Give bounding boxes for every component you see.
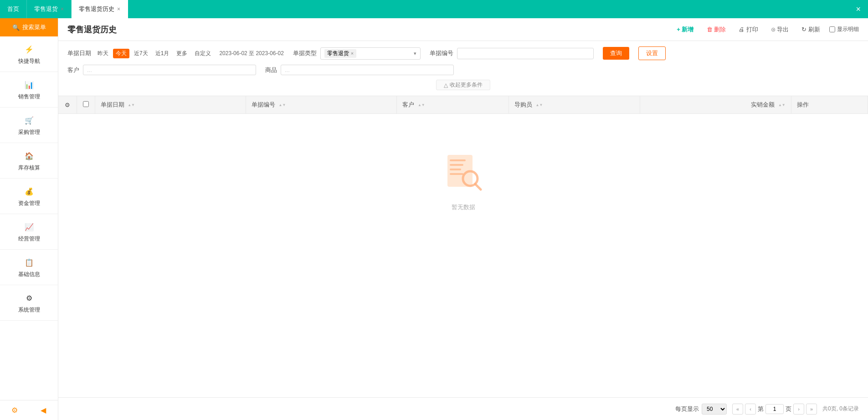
th-guide[interactable]: 导购员 ▲▼ [508, 96, 640, 114]
th-customer-label: 客户 [402, 101, 414, 108]
filter-row-2: 客户 ... 商品 ... [67, 65, 859, 75]
th-checkbox[interactable] [77, 96, 95, 114]
sidebar-item-quick-nav[interactable]: ⚡ 快捷导航 [0, 36, 58, 72]
sidebar-item-label: 系统管理 [18, 306, 40, 314]
refresh-button[interactable]: ↻ 刷新 [798, 24, 824, 36]
th-settings[interactable]: ⚙ [58, 96, 77, 114]
export-button[interactable]: ⊙ 导出 [767, 24, 793, 36]
query-button[interactable]: 查询 [603, 47, 629, 60]
pagination-bar: 每页显示 20 50 100 200 « ‹ 第 页 › » 共0页 [58, 397, 868, 420]
delete-button[interactable]: 🗑 删除 [703, 24, 730, 36]
new-button[interactable]: + 新增 [673, 24, 697, 36]
filter-group-doc-number: 单据编号 [430, 48, 594, 59]
page-size-select[interactable]: 20 50 100 200 [702, 404, 727, 415]
tab-retail-return[interactable]: 零售退货 × [27, 0, 72, 18]
finance-icon: 💰 [23, 185, 36, 198]
filter-group-goods: 商品 ... [265, 65, 454, 75]
total-info: 共0页, 0条记录 [822, 405, 859, 413]
chevron-up-icon: △ [444, 82, 448, 88]
sidebar-menu: ⚡ 快捷导航 📊 销售管理 🛒 采购管理 🏠 库存核算 💰 资金管理 📈 [0, 36, 58, 400]
date-opt-yesterday[interactable]: 昨天 [95, 49, 111, 58]
sidebar-bottom: ⚙ ◀ [0, 400, 58, 420]
page-number-input[interactable] [765, 404, 784, 414]
goods-input[interactable]: ... [281, 65, 454, 75]
tab-retail-return-history-close[interactable]: × [117, 6, 120, 12]
svg-rect-3 [450, 169, 461, 170]
tab-retail-return-close[interactable]: × [61, 6, 64, 12]
search-icon: 🔍 [12, 24, 20, 31]
main-layout: 🔍 搜索菜单 ⚡ 快捷导航 📊 销售管理 🛒 采购管理 🏠 库存核算 💰 [0, 18, 868, 420]
sidebar: 🔍 搜索菜单 ⚡ 快捷导航 📊 销售管理 🛒 采购管理 🏠 库存核算 💰 [0, 18, 58, 420]
collapse-bar: △ 收起更多条件 [67, 80, 859, 90]
table-area: ⚙ 单据日期 ▲▼ 单据编号 ▲▼ [58, 96, 868, 397]
last-page-button[interactable]: » [806, 404, 817, 415]
sidebar-collapse-button[interactable]: ◀ [29, 400, 58, 420]
display-detail-group: 显示明细 [829, 26, 859, 33]
sidebar-item-business-mgmt[interactable]: 📈 经营管理 [0, 214, 58, 250]
date-opt-more[interactable]: 更多 [174, 49, 190, 58]
date-opt-1month[interactable]: 近1月 [153, 49, 172, 58]
first-page-button[interactable]: « [732, 404, 743, 415]
next-page-button[interactable]: › [793, 404, 804, 415]
data-table: ⚙ 单据日期 ▲▼ 单据编号 ▲▼ [58, 96, 868, 114]
customer-label: 客户 [67, 66, 79, 74]
th-doc-number-label: 单据编号 [252, 101, 275, 108]
sidebar-item-system-mgmt[interactable]: ⚙ 系统管理 [0, 285, 58, 321]
sidebar-item-label: 基础信息 [18, 271, 40, 278]
prev-page-button[interactable]: ‹ [745, 404, 756, 415]
th-actual-amount-label: 实销金额 [751, 101, 775, 108]
th-customer[interactable]: 客户 ▲▼ [397, 96, 509, 114]
sidebar-item-finance[interactable]: 💰 资金管理 [0, 179, 58, 214]
doc-number-input[interactable] [457, 48, 594, 59]
customer-input[interactable]: ... [83, 65, 256, 75]
business-icon: 📈 [23, 220, 36, 233]
sort-icon: ▲▼ [418, 103, 425, 107]
settings-button[interactable]: 设置 [638, 46, 666, 60]
page-suffix-label: 页 [786, 405, 791, 413]
doc-type-tag-remove[interactable]: × [351, 51, 354, 56]
sidebar-item-sales-mgmt[interactable]: 📊 销售管理 [0, 72, 58, 108]
select-all-checkbox[interactable] [83, 101, 89, 107]
th-doc-date[interactable]: 单据日期 ▲▼ [95, 96, 246, 114]
svg-rect-4 [450, 173, 463, 175]
chevron-left-icon: ◀ [41, 406, 46, 415]
date-filter-label: 单据日期 [67, 49, 91, 57]
basic-info-icon: 📋 [23, 256, 36, 269]
sidebar-item-label: 库存核算 [18, 164, 40, 172]
sidebar-item-inventory[interactable]: 🏠 库存核算 [0, 143, 58, 179]
doc-number-label: 单据编号 [430, 49, 453, 57]
tab-retail-return-history[interactable]: 零售退货历史 × [72, 0, 128, 18]
empty-icon [441, 150, 486, 196]
top-bar: 首页 零售退货 × 零售退货历史 × × [0, 0, 868, 18]
date-opt-7days[interactable]: 近7天 [131, 49, 151, 58]
sidebar-item-purchase-mgmt[interactable]: 🛒 采购管理 [0, 108, 58, 143]
page-input-group: 第 页 [758, 404, 791, 414]
th-doc-number[interactable]: 单据编号 ▲▼ [246, 96, 396, 114]
doc-type-select[interactable]: 零售退货 × ▾ [320, 47, 421, 60]
print-button[interactable]: 🖨 打印 [735, 24, 762, 36]
chevron-down-icon: ▾ [414, 51, 416, 56]
sort-icon: ▲▼ [778, 103, 786, 107]
date-opt-custom[interactable]: 自定义 [192, 49, 214, 58]
sidebar-item-basic-info[interactable]: 📋 基础信息 [0, 250, 58, 285]
tab-home[interactable]: 首页 [0, 0, 27, 18]
collapse-button[interactable]: △ 收起更多条件 [436, 80, 490, 90]
display-detail-label: 显示明细 [837, 26, 859, 33]
app-close-button[interactable]: × [856, 5, 861, 14]
th-operation: 操作 [791, 96, 868, 114]
th-actual-amount[interactable]: 实销金额 ▲▼ [640, 96, 791, 114]
system-icon: ⚙ [23, 292, 36, 304]
empty-text: 暂无数据 [452, 203, 475, 211]
empty-state: 暂无数据 [58, 114, 868, 248]
quick-nav-icon: ⚡ [23, 43, 36, 56]
sidebar-settings-button[interactable]: ⚙ [0, 400, 29, 420]
sort-icon: ▲▼ [279, 103, 286, 107]
sidebar-search[interactable]: 🔍 搜索菜单 [0, 18, 58, 36]
table-header: ⚙ 单据日期 ▲▼ 单据编号 ▲▼ [58, 96, 868, 114]
th-guide-label: 导购员 [514, 101, 532, 108]
filter-row-1: 单据日期 昨天 今天 近7天 近1月 更多 自定义 2023-06-02 至 2… [67, 46, 859, 60]
date-range-display: 2023-06-02 至 2023-06-02 [219, 50, 283, 57]
display-detail-checkbox[interactable] [829, 26, 835, 32]
sidebar-item-label: 快捷导航 [18, 57, 40, 65]
date-opt-today[interactable]: 今天 [113, 49, 129, 58]
